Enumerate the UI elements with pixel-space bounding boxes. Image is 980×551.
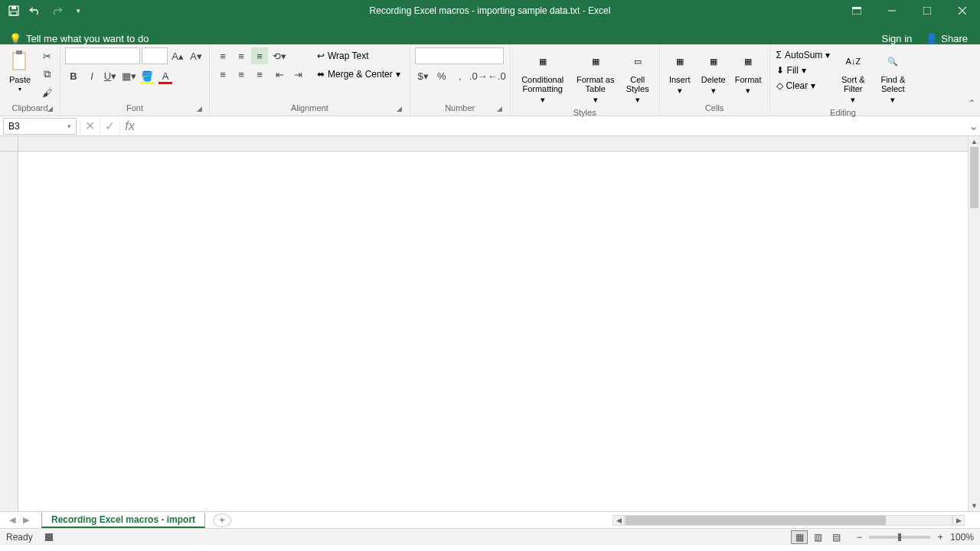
alignment-launcher-icon[interactable]: ◢ [396, 105, 403, 112]
paste-button[interactable]: Paste ▾ [5, 47, 35, 94]
save-icon[interactable] [8, 5, 20, 17]
cell-styles-icon: ▭ [626, 49, 650, 73]
font-name-input[interactable] [65, 47, 140, 64]
sheet-tab-active[interactable]: Recording Excel macros - import [41, 513, 205, 528]
align-right-icon[interactable]: ≡ [251, 66, 268, 83]
borders-icon[interactable]: ▦▾ [120, 67, 137, 84]
clipboard-launcher-icon[interactable]: ◢ [46, 105, 54, 112]
cut-icon[interactable]: ✂ [38, 47, 55, 64]
vscroll-thumb[interactable] [970, 147, 978, 208]
conditional-formatting-button[interactable]: ▦Conditional Formatting▾ [515, 47, 570, 106]
clear-button[interactable]: ◇Clear ▾ [775, 78, 832, 93]
sign-in-link[interactable]: Sign in [882, 33, 913, 44]
normal-view-icon[interactable]: ▦ [791, 530, 808, 544]
bold-icon[interactable]: B [65, 67, 82, 84]
increase-decimal-icon[interactable]: .0→ [470, 67, 487, 84]
accounting-format-icon[interactable]: $▾ [415, 67, 432, 84]
status-text: Ready [6, 532, 33, 543]
number-label: Number [445, 103, 475, 112]
sort-filter-button[interactable]: A↓ZSort & Filter▾ [835, 47, 871, 106]
italic-icon[interactable]: I [83, 67, 100, 84]
spreadsheet-grid: ▲ ▼ [0, 136, 980, 511]
insert-function-icon[interactable]: fx [119, 118, 139, 135]
format-as-table-button[interactable]: ▦Format as Table▾ [573, 47, 618, 106]
delete-cells-button[interactable]: ▦Delete▾ [698, 47, 729, 97]
page-layout-view-icon[interactable]: ▥ [809, 530, 826, 544]
orientation-icon[interactable]: ⟲▾ [271, 47, 288, 64]
group-font: A▴ A▾ B I U▾ ▦▾ 🪣 A Font◢ [60, 44, 210, 116]
decrease-font-icon[interactable]: A▾ [188, 47, 204, 64]
align-center-icon[interactable]: ≡ [233, 66, 250, 83]
align-middle-icon[interactable]: ≡ [233, 47, 250, 64]
font-color-icon[interactable]: A [157, 67, 174, 84]
align-bottom-icon[interactable]: ≡ [251, 47, 268, 64]
decrease-decimal-icon[interactable]: ←.0 [488, 67, 505, 84]
wrap-label: Wrap Text [328, 51, 369, 61]
scroll-down-icon[interactable]: ▼ [969, 500, 980, 511]
copy-icon[interactable]: ⧉ [38, 66, 55, 83]
editing-label: Editing [830, 108, 856, 117]
add-sheet-icon[interactable]: + [213, 514, 231, 527]
horizontal-scrollbar[interactable]: ◀ ▶ [612, 514, 965, 527]
find-select-button[interactable]: 🔍Find & Select▾ [874, 47, 911, 106]
maximize-icon[interactable] [910, 0, 945, 21]
ribbon-display-icon[interactable] [839, 0, 874, 21]
ribbon-tabs: 💡 Tell me what you want to do Sign in 👤 … [0, 21, 980, 44]
autosum-button[interactable]: ΣAutoSum ▾ [775, 47, 832, 63]
page-break-view-icon[interactable]: ▤ [828, 530, 844, 544]
align-top-icon[interactable]: ≡ [214, 47, 231, 64]
percent-format-icon[interactable]: % [433, 67, 450, 84]
formula-input[interactable] [139, 118, 966, 135]
redo-icon[interactable] [51, 5, 63, 17]
scroll-left-icon[interactable]: ◀ [612, 515, 625, 526]
tab-nav-prev-icon[interactable]: ◀ [6, 515, 18, 525]
expand-formula-bar-icon[interactable]: ⌄ [966, 119, 980, 133]
cells-area[interactable] [18, 152, 968, 511]
increase-font-icon[interactable]: A▴ [169, 47, 186, 64]
font-size-input[interactable] [142, 47, 168, 64]
tell-me[interactable]: 💡 Tell me what you want to do [3, 33, 155, 44]
wrap-text-button[interactable]: ↩Wrap Text [312, 47, 405, 64]
scroll-right-icon[interactable]: ▶ [952, 515, 965, 526]
minimize-icon[interactable] [874, 0, 910, 21]
vertical-scrollbar[interactable]: ▲ ▼ [968, 136, 980, 511]
select-all-button[interactable] [0, 136, 18, 152]
format-painter-icon[interactable]: 🖌 [38, 84, 55, 101]
decrease-indent-icon[interactable]: ⇤ [271, 66, 288, 83]
delete-label: Delete [701, 75, 726, 84]
zoom-out-icon[interactable]: − [854, 532, 864, 543]
fill-color-icon[interactable]: 🪣 [139, 67, 155, 84]
number-format-select[interactable] [415, 47, 504, 64]
close-icon[interactable] [945, 0, 980, 21]
tab-nav-next-icon[interactable]: ▶ [20, 515, 32, 525]
hscroll-thumb[interactable] [626, 516, 886, 525]
fill-down-icon: ⬇ [776, 65, 784, 76]
underline-icon[interactable]: U▾ [102, 67, 119, 84]
align-left-icon[interactable]: ≡ [214, 66, 231, 83]
increase-indent-icon[interactable]: ⇥ [289, 66, 306, 83]
cancel-formula-icon[interactable]: ✕ [80, 118, 100, 135]
fill-button[interactable]: ⬇Fill ▾ [775, 63, 832, 78]
merge-icon: ⬌ [317, 69, 325, 80]
zoom-level[interactable]: 100% [950, 532, 974, 543]
comma-format-icon[interactable]: , [452, 67, 469, 84]
cell-styles-button[interactable]: ▭Cell Styles▾ [621, 47, 655, 106]
merge-center-button[interactable]: ⬌Merge & Center ▾ [312, 66, 405, 83]
format-cells-button[interactable]: ▦Format▾ [732, 47, 765, 97]
lightbulb-icon: 💡 [9, 33, 21, 44]
zoom-slider[interactable] [869, 536, 930, 539]
formula-bar: B3▾ ✕ ✓ fx ⌄ [0, 116, 980, 136]
collapse-ribbon-icon[interactable]: ˆ [970, 99, 974, 112]
font-launcher-icon[interactable]: ◢ [195, 105, 203, 112]
insert-cells-button[interactable]: ▦Insert▾ [665, 47, 695, 97]
eraser-icon: ◇ [776, 80, 783, 91]
name-box[interactable]: B3▾ [3, 118, 77, 135]
undo-icon[interactable] [29, 5, 41, 17]
scroll-up-icon[interactable]: ▲ [969, 136, 980, 147]
number-launcher-icon[interactable]: ◢ [496, 105, 504, 112]
sort-label: Sort & Filter [838, 75, 868, 93]
qat-customize-icon[interactable]: ▾ [72, 5, 84, 17]
enter-formula-icon[interactable]: ✓ [100, 118, 119, 135]
share-button[interactable]: 👤 Share [926, 33, 968, 44]
zoom-in-icon[interactable]: + [935, 532, 946, 543]
